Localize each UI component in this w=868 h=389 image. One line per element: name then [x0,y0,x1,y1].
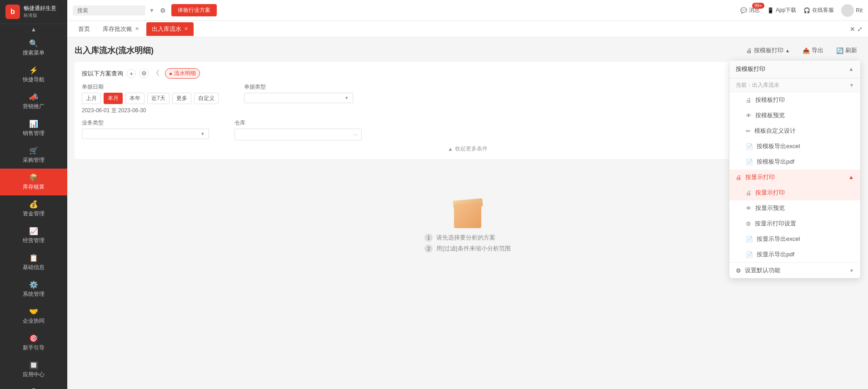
sidebar-item-icon-sales: 📊 [29,120,38,128]
template-print-item-4[interactable]: 📄按模板导出pdf [729,154,860,170]
display-item-label-0: 按显示打印 [755,189,785,197]
dropdown-header[interactable]: 按模板打印 ▲ [729,60,860,78]
display-print-section-header[interactable]: 🖨 按显示打印 ▲ [729,170,860,185]
display-print-section-label: 按显示打印 [745,173,775,181]
display-print-item-4[interactable]: 📄按显示导出pdf [729,247,860,262]
sidebar-item-purchase[interactable]: 🛒 采购管理 [0,142,67,169]
service-icon: 🎧 [803,7,810,14]
sidebar-item-finance[interactable]: 💰 资金管理 [0,195,67,222]
sidebar-item-search[interactable]: 🔍 搜索菜单 [0,35,67,61]
refresh-label: 刷新 [845,46,857,55]
display-print-item-1[interactable]: 👁按显示预览 [729,200,860,216]
app-download-button[interactable]: 📱 App下载 [767,6,796,14]
display-print-item-3[interactable]: 📄按显示导出excel [729,231,860,247]
sidebar-item-appcenter[interactable]: 🔲 应用中心 [0,356,67,383]
filter-settings-button[interactable]: ⚙ [140,69,149,78]
sidebar-item-label-basicinfo: 基础信息 [23,264,45,271]
display-item-icon-0: 🖨 [746,190,752,196]
empty-step-1: 1 请先选择要分析的方案 [424,234,495,242]
main-area: ▼ ⚙ 体验行业方案 💬 消息 99+ 📱 App下载 🎧 在线客服 Rit [67,0,868,389]
dropdown-current-arrow-icon: ▼ [849,83,854,88]
app-logo-icon: b [5,5,20,19]
sidebar-item-inventory[interactable]: 📦 库存核算 [0,169,67,195]
date-custom-btn[interactable]: 自定义 [194,93,219,104]
template-print-item-0[interactable]: 🖨按模板打印 [729,92,860,108]
tabs-bar: 首页库存批次账✕出入库流水✕ ✕ ⤢ [67,21,868,37]
date-this-month-btn[interactable]: 本月 [104,93,123,104]
date-more-btn[interactable]: 更多 [172,93,191,104]
sidebar-item-icon-finance: 💰 [29,200,38,209]
export-icon: 📤 [803,47,810,54]
sidebar-item-label-collab: 企业协同 [23,317,45,325]
date-this-year-btn[interactable]: 本年 [125,93,145,104]
display-print-item-2[interactable]: ⚙按显示打印设置 [729,216,860,231]
sidebar-item-basicinfo[interactable]: 📋 基础信息 [0,249,67,276]
biz-type-select[interactable]: ▼ [82,129,209,139]
active-filter-tag[interactable]: ● 流水明细 [165,68,200,79]
sidebar-item-operations[interactable]: 📈 经营管理 [0,222,67,249]
tab-flow[interactable]: 出入库流水✕ [146,22,194,36]
app-version: 标准版 [24,12,56,19]
industry-solution-button[interactable]: 体验行业方案 [171,4,217,16]
template-item-icon-0: 🖨 [746,97,752,104]
content-area: 出入库流水(流水明细) 🖨 按模板打印 ▲ 📤 导出 🔄 刷新 [67,37,868,389]
display-item-label-2: 按显示打印设置 [755,219,796,228]
dropdown-current-label: 当前：出入库流水 [736,81,779,89]
dropdown-footer-label: 设置默认功能 [745,266,780,274]
print-template-button[interactable]: 🖨 按模板打印 ▲ [743,45,793,56]
tab-home[interactable]: 首页 [73,22,95,36]
sidebar-item-system[interactable]: ⚙️ 系统管理 [0,276,67,303]
template-item-icon-1: 👁 [746,112,752,119]
tab-close-batch[interactable]: ✕ [135,26,139,32]
search-input[interactable] [73,5,145,15]
export-label: 导出 [812,46,823,55]
warehouse-more-icon[interactable]: ··· [353,131,358,138]
filter-tag-label: 流水明细 [174,70,196,77]
sidebar-item-shortcut[interactable]: ⚡ 快捷导航 [0,61,67,88]
sidebar-item-icon-marketing: 📣 [29,93,38,101]
search-chevron-icon[interactable]: ▼ [149,7,155,14]
filter-collapse-btn[interactable]: 《 [152,69,160,78]
sidebar-scroll-up[interactable]: ▲ [0,24,67,35]
template-print-item-3[interactable]: 📄按模板导出excel [729,139,860,154]
sidebar-item-corpwechat[interactable]: 💬 企业微信 [0,383,67,389]
tab-close-flow[interactable]: ✕ [184,26,188,32]
dropdown-footer-arrow-icon: ▼ [849,268,854,273]
refresh-icon: 🔄 [836,47,843,54]
sidebar-item-collab[interactable]: 🤝 企业协同 [0,303,67,329]
sidebar-item-marketing[interactable]: 📣 营销推广 [0,88,67,115]
sidebar-item-icon-purchase: 🛒 [29,146,38,155]
window-expand-button[interactable]: ⤢ [857,25,863,33]
template-item-label-1: 按模板预览 [755,111,785,120]
sidebar-item-icon-guide: 🎯 [29,334,38,343]
app-name: 畅捷通好生意 [24,5,56,12]
sidebar-items-container: 🔍 搜索菜单 ⚡ 快捷导航 📣 营销推广 📊 销售管理 🛒 采购管理 📦 库存核… [0,35,67,389]
window-close-button[interactable]: ✕ [850,25,855,33]
sidebar-item-guide[interactable]: 🎯 新手引导 [0,329,67,356]
page-actions: 🖨 按模板打印 ▲ 📤 导出 🔄 刷新 按模板打印 ▲ [743,45,861,56]
template-print-item-1[interactable]: 👁按模板预览 [729,108,860,123]
dropdown-current-section[interactable]: 当前：出入库流水 ▼ [729,78,860,92]
tab-batch[interactable]: 库存批次账✕ [97,22,145,36]
message-button[interactable]: 💬 消息 99+ [740,6,760,14]
display-print-section-arrow-icon: ▲ [848,174,854,180]
refresh-button[interactable]: 🔄 刷新 [833,45,861,56]
settings-default-icon: ⚙ [736,267,741,274]
display-print-icon: 🖨 [736,174,742,181]
filter-add-button[interactable]: + [127,69,136,78]
user-avatar-button[interactable]: Rit [841,4,863,17]
filter-tag-icon: ● [169,70,172,77]
date-7days-btn[interactable]: 近7天 [147,93,170,104]
doc-type-select[interactable]: ▼ [244,93,353,103]
sidebar-item-sales[interactable]: 📊 销售管理 [0,115,67,142]
export-button[interactable]: 📤 导出 [799,45,827,56]
dropdown-footer[interactable]: ⚙ 设置默认功能 ▼ [729,262,860,278]
online-service-button[interactable]: 🎧 在线客服 [803,6,834,14]
template-item-label-3: 按模板导出excel [757,142,800,150]
topbar-gear-icon[interactable]: ⚙ [160,7,166,14]
warehouse-select[interactable]: ··· [234,129,362,140]
display-print-item-0[interactable]: 🖨按显示打印 [729,185,860,200]
template-print-item-2[interactable]: ✏模板自定义设计 [729,123,860,139]
dropdown-header-title: 按模板打印 [736,65,765,73]
date-last-month-btn[interactable]: 上月 [82,93,101,104]
